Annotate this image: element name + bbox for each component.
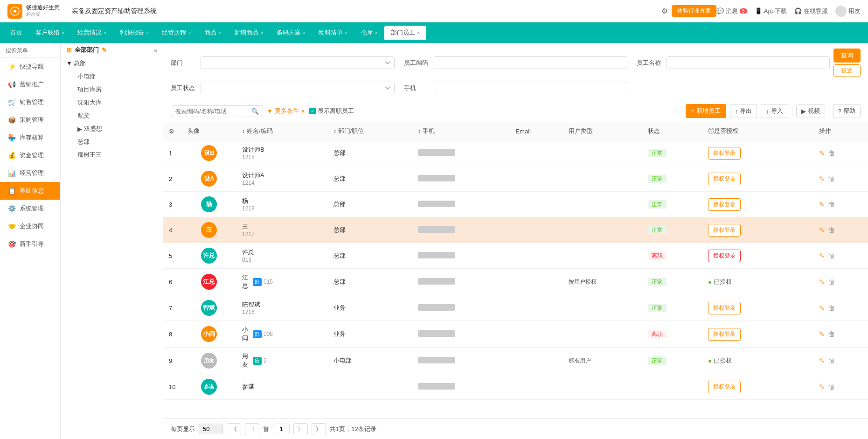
add-employee-button[interactable]: + 新增员工 — [686, 104, 726, 118]
emp-code-input[interactable] — [434, 56, 628, 69]
sidebar-search-input[interactable] — [6, 47, 61, 54]
trial-button[interactable]: 体验行业方案 — [672, 5, 716, 17]
edit-icon[interactable]: ✎ — [819, 149, 825, 157]
col-name-code[interactable]: ↕ 姓名/编码 — [236, 122, 328, 140]
edit-icon[interactable]: ✎ — [819, 357, 825, 364]
edit-icon[interactable]: ✎ — [819, 330, 825, 338]
close-tab-dept[interactable]: × — [417, 30, 420, 35]
set-button[interactable]: 设置 — [833, 64, 861, 77]
col-dept-position[interactable]: ↕ 部门/职位 — [328, 122, 412, 140]
tab-profit[interactable]: 利润报告 × — [113, 26, 155, 40]
authorize-button[interactable]: 授权登录 — [708, 328, 741, 341]
col-phone[interactable]: ↕ 手机 — [412, 122, 510, 140]
edit-icon[interactable]: ✎ — [819, 201, 825, 208]
authorize-button[interactable]: 授权登录 — [708, 381, 741, 393]
sidebar-item-finance[interactable]: 💰 资金管理 — [0, 146, 60, 164]
close-tab-ops[interactable]: × — [104, 30, 106, 35]
edit-icon[interactable]: ✎ — [819, 278, 825, 286]
page-number-input[interactable] — [273, 424, 290, 434]
close-tab-customer[interactable]: × — [62, 30, 64, 35]
delete-icon[interactable]: 🗑 — [828, 149, 835, 157]
dept-group-zongbu[interactable]: ▼ 总部 — [61, 57, 163, 70]
sidebar-item-guide[interactable]: 🎯 新手引导 — [0, 235, 60, 253]
sidebar-item-quicknav[interactable]: ⚡ 快捷导航 — [0, 58, 60, 76]
last-page-button[interactable]: 》 — [312, 423, 326, 435]
edit-icon[interactable]: ✎ — [819, 226, 825, 234]
close-tab-warehouse[interactable]: × — [375, 30, 378, 35]
dept-node-caomao[interactable]: 稀树王三 — [66, 148, 163, 161]
tab-warehouse[interactable]: 仓库 × — [354, 26, 384, 40]
authorize-button[interactable]: 授权登录 — [708, 147, 741, 160]
import-button[interactable]: ↓ 导入 — [761, 104, 788, 118]
tab-dept-staff[interactable]: 部门员工 × — [384, 26, 426, 40]
first-page-button[interactable]: 《 — [227, 423, 241, 435]
dept-edit-icon[interactable]: ✎ — [102, 47, 107, 54]
query-button[interactable]: 查询 — [833, 49, 861, 63]
online-service-button[interactable]: 🎧 在线客服 — [794, 7, 828, 15]
close-tab-barcode[interactable]: × — [303, 30, 306, 35]
edit-icon[interactable]: ✎ — [819, 175, 825, 182]
message-button[interactable]: 💬 消息 5 — [716, 7, 747, 15]
delete-icon[interactable]: 🗑 — [828, 175, 835, 182]
sidebar-item-sales[interactable]: 🛒 销售管理 — [0, 93, 60, 111]
authorize-button[interactable]: 授权登录 — [708, 173, 741, 185]
edit-icon[interactable]: ✎ — [819, 304, 825, 312]
close-tab-goods[interactable]: × — [218, 30, 221, 35]
dept-select[interactable] — [201, 56, 395, 69]
per-page-select[interactable]: 50 100 — [199, 424, 223, 434]
dept-node-xiaodian[interactable]: 小电部 — [66, 70, 163, 83]
sidebar-item-basic[interactable]: 📋 基础信息 — [0, 182, 60, 200]
authorize-button[interactable]: 授权登录 — [708, 198, 741, 211]
emp-name-input[interactable] — [667, 56, 830, 69]
authorize-button[interactable]: 授权登录 — [708, 250, 741, 262]
close-tab-add-goods[interactable]: × — [260, 30, 263, 35]
delete-icon[interactable]: 🗑 — [828, 226, 835, 234]
sidebar-item-operations[interactable]: 📊 经营管理 — [0, 164, 60, 182]
dept-collapse-icon[interactable]: « — [154, 47, 157, 54]
next-page-button[interactable]: 〉 — [293, 423, 308, 435]
dept-node-zongbu[interactable]: 总部 — [66, 135, 163, 148]
sidebar-item-inventory[interactable]: 🏪 库存核算 — [0, 129, 60, 146]
more-filter-button[interactable]: ▼ 更多条件 ∧ — [267, 107, 306, 115]
tab-customer[interactable]: 客户联络 × — [29, 26, 71, 40]
sidebar-item-enterprise[interactable]: 🤝 企业协同 — [0, 217, 60, 235]
delete-icon[interactable]: 🗑 — [828, 201, 835, 208]
sidebar-item-system[interactable]: ⚙️ 系统管理 — [0, 200, 60, 217]
dept-node-peihuo[interactable]: 配货 — [66, 109, 163, 122]
dept-node-shenyang[interactable]: 沈阳大库 — [66, 96, 163, 109]
dept-node-project[interactable]: 项目库房 — [66, 83, 163, 96]
tab-operations-status[interactable]: 经营情况 × — [71, 26, 113, 40]
gear-icon[interactable]: ⚙ — [661, 7, 668, 15]
edit-icon[interactable]: ✎ — [819, 252, 825, 259]
app-download-button[interactable]: 📱 App下载 — [755, 7, 787, 15]
user-menu[interactable]: 用友 — [835, 6, 861, 17]
delete-icon[interactable]: 🗑 — [828, 330, 835, 338]
delete-icon[interactable]: 🗑 — [828, 304, 835, 312]
tab-history[interactable]: 经营历程 × — [155, 26, 197, 40]
delete-icon[interactable]: 🗑 — [828, 357, 835, 364]
emp-status-select[interactable] — [201, 82, 395, 94]
delete-icon[interactable]: 🗑 — [828, 278, 835, 286]
prev-page-button[interactable]: 〈 — [245, 423, 259, 435]
tab-goods[interactable]: 商品 × — [198, 26, 228, 40]
export-button[interactable]: ↑ 导出 — [730, 104, 757, 118]
sidebar-item-purchase[interactable]: 📦 采购管理 — [0, 111, 60, 129]
sidebar-item-marketing[interactable]: 📢 营销推广 — [0, 76, 60, 93]
video-button[interactable]: ▶ 视频 — [796, 104, 825, 118]
col-settings[interactable]: ⚙ — [163, 122, 182, 140]
tab-barcode[interactable]: 条码方案 × — [270, 26, 312, 40]
authorize-button[interactable]: 授权登录 — [708, 302, 741, 314]
close-tab-history[interactable]: × — [188, 30, 191, 35]
edit-icon[interactable]: ✎ — [819, 383, 825, 390]
tab-home[interactable]: 首页 — [4, 26, 29, 40]
help-button[interactable]: ? 帮助 — [833, 104, 861, 118]
delete-icon[interactable]: 🗑 — [828, 383, 835, 390]
tab-bom[interactable]: 物料清单 × — [312, 26, 354, 40]
authorize-button[interactable]: 授权登录 — [708, 224, 741, 237]
show-resigned-toggle[interactable]: ✓ 显示离职员工 — [309, 107, 354, 115]
close-tab-bom[interactable]: × — [345, 30, 347, 35]
toolbar-search-input[interactable] — [175, 108, 250, 115]
phone-input[interactable] — [434, 82, 628, 94]
tab-add-goods[interactable]: 新增商品 × — [228, 26, 270, 40]
close-tab-profit[interactable]: × — [146, 30, 149, 35]
